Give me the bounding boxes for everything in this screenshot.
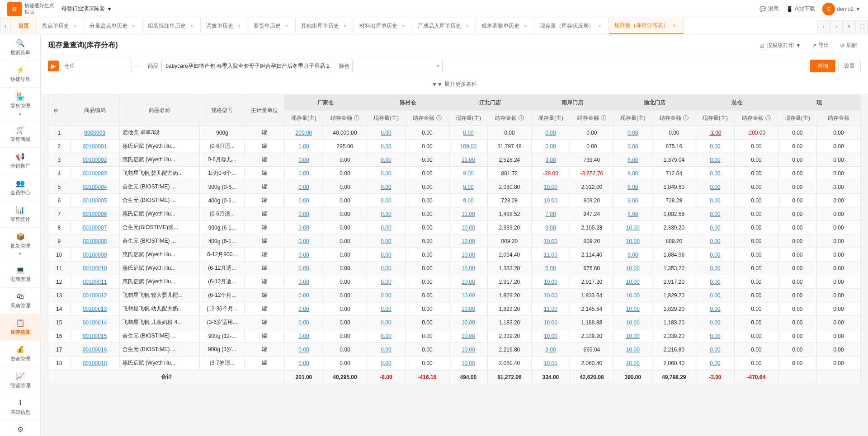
messages-btn[interactable]: 💬 消息: [760, 5, 779, 13]
sidebar-item-marketing[interactable]: 📢 营销推广: [0, 148, 40, 174]
table-cell[interactable]: 11.00: [449, 153, 487, 167]
table-cell[interactable]: 0.00: [367, 126, 405, 140]
table-cell[interactable]: 10.00: [449, 275, 487, 289]
table-cell[interactable]: 10.00: [449, 356, 487, 370]
table-cell[interactable]: 10.00: [613, 316, 652, 329]
table-cell[interactable]: 0.00: [284, 207, 323, 221]
tab-close-btn[interactable]: ×: [522, 23, 528, 29]
table-cell[interactable]: 0.00: [367, 275, 405, 289]
table-cell[interactable]: -39.00: [531, 167, 570, 180]
table-cell[interactable]: 00100006: [70, 207, 119, 221]
table-cell[interactable]: 0.00: [367, 140, 405, 153]
warehouse-input[interactable]: [78, 60, 132, 72]
sidebar-item-search[interactable]: 🔍 搜索英单: [0, 34, 40, 61]
table-cell[interactable]: 0.00: [284, 343, 323, 356]
table-cell[interactable]: 0.00: [367, 343, 405, 356]
table-cell[interactable]: 10.00: [449, 316, 487, 329]
table-cell[interactable]: 9.00: [613, 248, 652, 262]
table-cell[interactable]: 10.00: [449, 343, 487, 356]
table-cell[interactable]: 9.00: [531, 221, 570, 234]
table-cell[interactable]: 5.00: [531, 262, 570, 275]
sidebar-item-system[interactable]: ⚙ 系统管理: [0, 421, 40, 436]
table-cell[interactable]: 0.00: [284, 167, 323, 180]
table-cell[interactable]: 0.00: [696, 343, 734, 356]
tab-home[interactable]: 首页: [11, 18, 37, 34]
tab-close-btn[interactable]: ×: [400, 23, 406, 29]
table-cell[interactable]: 0.00: [367, 234, 405, 248]
table-cell[interactable]: 0000003: [70, 126, 119, 140]
table-cell[interactable]: 00100016: [70, 343, 119, 356]
tab-close-btn[interactable]: ×: [236, 23, 242, 29]
table-cell[interactable]: 0.00: [696, 140, 734, 153]
table-cell[interactable]: 8.00: [613, 167, 652, 180]
table-cell[interactable]: 0.00: [284, 329, 323, 343]
table-cell[interactable]: 0.00: [696, 234, 734, 248]
table-cell[interactable]: 0.00: [284, 221, 323, 234]
table-cell[interactable]: 0.00: [284, 234, 323, 248]
table-cell[interactable]: 0.00: [613, 126, 652, 140]
table-cell[interactable]: 10.00: [531, 194, 570, 207]
table-cell[interactable]: 10.00: [613, 289, 652, 302]
table-cell[interactable]: 10.00: [449, 329, 487, 343]
table-cell[interactable]: 0.00: [284, 262, 323, 275]
table-cell[interactable]: 0.00: [367, 194, 405, 207]
table-cell[interactable]: 0.00: [696, 194, 734, 207]
export-btn[interactable]: ↗ 导出: [808, 40, 833, 51]
gear-icon[interactable]: ⚙: [51, 106, 60, 115]
tab-other-out[interactable]: 其他出库单历史 ×: [296, 18, 354, 34]
table-cell[interactable]: 00100015: [70, 329, 119, 343]
table-cell[interactable]: 10.00: [449, 221, 487, 234]
table-cell[interactable]: 10.00: [531, 234, 570, 248]
table-cell[interactable]: 0.00: [367, 289, 405, 302]
sidebar-item-operation[interactable]: 📈 经营管理: [0, 367, 40, 394]
sidebar-item-purchase[interactable]: 🛍 采购管理: [0, 288, 40, 314]
table-cell[interactable]: 00100001: [70, 140, 119, 153]
table-cell[interactable]: 00100011: [70, 275, 119, 289]
refresh-btn[interactable]: ↺ 刷新: [836, 40, 861, 51]
table-cell[interactable]: 0.00: [367, 167, 405, 180]
table-cell[interactable]: 00100010: [70, 262, 119, 275]
table-cell[interactable]: 10.00: [613, 221, 652, 234]
table-cell[interactable]: 0.00: [284, 316, 323, 329]
tab-fullscreen-btn[interactable]: ⛶: [855, 20, 868, 33]
tab-prev-btn[interactable]: ‹: [0, 18, 11, 34]
table-cell[interactable]: 10.00: [613, 275, 652, 289]
table-cell[interactable]: 200.00: [284, 126, 323, 140]
warehouse-dots-btn[interactable]: ···: [134, 62, 142, 70]
table-cell[interactable]: 0.00: [367, 329, 405, 343]
tab-assembly[interactable]: 组装拆卸单历史 ×: [142, 18, 201, 34]
table-cell[interactable]: 00100014: [70, 316, 119, 329]
tab-scroll-left-btn[interactable]: ‹: [817, 20, 830, 33]
table-cell[interactable]: 11.00: [531, 302, 570, 316]
table-cell[interactable]: 0.00: [284, 153, 323, 167]
tab-close-btn[interactable]: ×: [72, 23, 78, 29]
table-cell[interactable]: 10.00: [531, 180, 570, 194]
table-cell[interactable]: 3.00: [531, 153, 570, 167]
table-cell[interactable]: 0.00: [696, 221, 734, 234]
table-cell[interactable]: 7.00: [531, 207, 570, 221]
table-cell[interactable]: 00100004: [70, 180, 119, 194]
table-cell[interactable]: 0.00: [696, 356, 734, 370]
table-cell[interactable]: 3.00: [613, 140, 652, 153]
table-cell[interactable]: 00100018: [70, 356, 119, 370]
tab-close-all-btn[interactable]: ×: [843, 20, 855, 33]
sidebar-item-member[interactable]: 👥 会员中心: [0, 174, 40, 201]
print-btn[interactable]: 🖨 按模版打印 ▼: [756, 40, 805, 51]
table-cell[interactable]: 9.00: [613, 194, 652, 207]
table-cell[interactable]: 10.00: [449, 262, 487, 275]
tab-close-btn[interactable]: ×: [671, 23, 678, 29]
tab-close-btn[interactable]: ×: [464, 23, 470, 29]
table-cell[interactable]: 0.00: [284, 180, 323, 194]
table-cell[interactable]: 00100003: [70, 167, 119, 180]
table-cell[interactable]: 10.00: [449, 302, 487, 316]
product-input[interactable]: [161, 60, 333, 72]
table-cell[interactable]: 1.00: [284, 140, 323, 153]
table-cell[interactable]: 10.00: [449, 234, 487, 248]
table-cell[interactable]: 0.00: [696, 153, 734, 167]
app-download-btn[interactable]: 📱 App下载: [786, 5, 815, 13]
table-cell[interactable]: 0.00: [284, 356, 323, 370]
tab-cost-adjust[interactable]: 成本调整单历史 ×: [476, 18, 534, 34]
table-cell[interactable]: 10.00: [531, 289, 570, 302]
sidebar-item-retail-stats[interactable]: 📊 零售统计: [0, 201, 40, 228]
query-btn[interactable]: 查询: [810, 60, 835, 72]
